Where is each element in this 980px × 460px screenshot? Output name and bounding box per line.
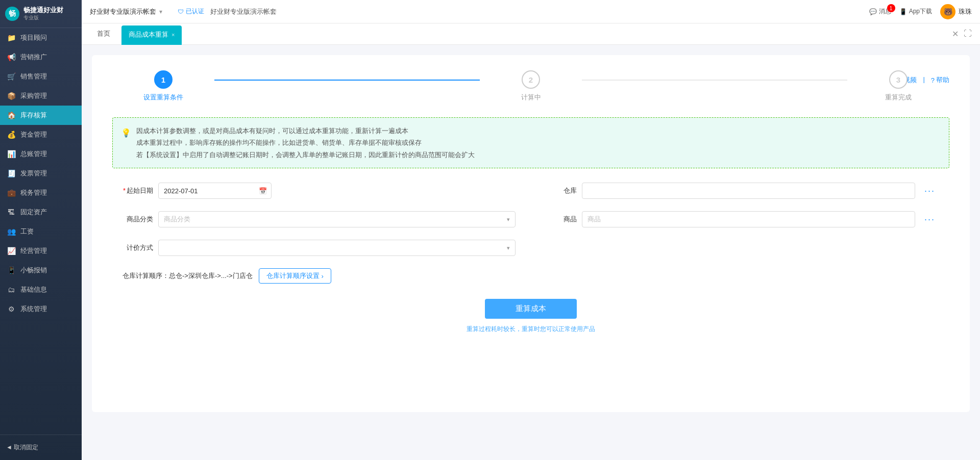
sidebar-item-finance[interactable]: 💰 资金管理 <box>0 125 82 144</box>
form-row-1: *起始日期 📅 仓库 ··· <box>122 183 939 199</box>
tab-cost-label: 商品成本重算 <box>129 30 168 39</box>
message-badge: 1 <box>887 4 895 12</box>
sidebar-item-label: 采购管理 <box>20 91 47 100</box>
warehouse-order-btn[interactable]: 仓库计算顺序设置 › <box>259 268 331 284</box>
category-field: 商品分类 商品分类 ▾ <box>122 211 516 227</box>
system-icon: ⚙ <box>6 305 16 313</box>
topbar-right: 💬 消息 1 📱 App下载 🐻 珠珠 <box>869 4 972 19</box>
warehouse-dots-icon[interactable]: ··· <box>920 186 939 196</box>
start-date-field: *起始日期 📅 <box>122 183 516 199</box>
help-link[interactable]: ? 帮助 <box>931 75 949 85</box>
tab-cost-recalc[interactable]: 商品成本重算 × <box>121 25 182 45</box>
question-icon: ? <box>931 76 935 84</box>
pricing-label: 计价方式 <box>122 243 153 252</box>
form-section: *起始日期 📅 仓库 ··· <box>112 183 949 334</box>
account-selector[interactable]: 好业财专业版演示帐套 ▾ <box>90 7 172 16</box>
tab-home[interactable]: 首页 <box>90 23 117 45</box>
inventory-icon: 🏠 <box>6 111 16 119</box>
category-label: 商品分类 <box>122 215 153 224</box>
sidebar-item-label: 经营管理 <box>20 246 47 255</box>
category-select[interactable]: 商品分类 ▾ <box>158 211 516 227</box>
user-name-display: 珠珠 <box>959 7 972 16</box>
sales-icon: 🛒 <box>6 72 16 81</box>
goods-label: 商品 <box>546 215 577 224</box>
sidebar-item-sales[interactable]: 🛒 销售管理 <box>0 67 82 86</box>
bulb-icon: 💡 <box>121 126 131 161</box>
info-text: 因成本计算参数调整，或是对商品成本有疑问时，可以通过成本重算功能，重新计算一遍成… <box>136 125 475 161</box>
page-content: 1 设置重算条件 2 计算中 3 重算完成 ▷ 视频 <box>82 45 980 460</box>
sidebar-item-inventory[interactable]: 🏠 库存核算 <box>0 106 82 125</box>
info-line-2: 成本重算过程中，影响库存账的操作均不能操作，比如进货单、销货单、库存单据不能审核… <box>136 137 475 148</box>
category-placeholder: 商品分类 <box>164 215 190 224</box>
sidebar-item-expense[interactable]: 📱 小畅报销 <box>0 261 82 280</box>
warehouse-order-btn-label: 仓库计算顺序设置 <box>266 271 320 280</box>
step-1-label: 设置重算条件 <box>143 93 183 102</box>
sidebar-item-marketing[interactable]: 📢 营销推广 <box>0 47 82 67</box>
sidebar-item-system[interactable]: ⚙ 系统管理 <box>0 299 82 319</box>
warehouse-input[interactable] <box>582 183 915 199</box>
tab-home-label: 首页 <box>97 29 110 38</box>
warehouse-label: 仓库 <box>546 186 577 195</box>
sidebar-item-label: 税务管理 <box>20 188 47 197</box>
assets-icon: 🏗 <box>6 208 16 216</box>
sidebar-item-label: 总账管理 <box>20 149 47 159</box>
sidebar-item-label: 项目顾问 <box>20 33 47 42</box>
goods-field: 商品 商品 ··· <box>546 211 939 227</box>
sidebar-item-invoice[interactable]: 🧾 发票管理 <box>0 164 82 183</box>
sidebar-item-operation[interactable]: 📈 经营管理 <box>0 241 82 261</box>
sidebar-item-assets[interactable]: 🏗 固定资产 <box>0 202 82 222</box>
tax-icon: 💼 <box>6 189 16 197</box>
app-download-button[interactable]: 📱 App下载 <box>899 7 932 16</box>
step-2-label: 计算中 <box>521 93 541 102</box>
sidebar-item-tax[interactable]: 💼 税务管理 <box>0 183 82 202</box>
warehouse-order-arrow-icon: › <box>322 272 324 280</box>
purchase-icon: 📦 <box>6 92 16 100</box>
sidebar-item-salary[interactable]: 👥 工资 <box>0 222 82 241</box>
required-star: * <box>123 187 126 194</box>
form-row-2: 商品分类 商品分类 ▾ 商品 商品 ··· <box>122 211 939 227</box>
date-text-input[interactable] <box>159 187 255 195</box>
tab-close-icon[interactable]: × <box>172 32 175 38</box>
calc-btn-label: 重算成本 <box>516 304 546 313</box>
sidebar-item-label: 固定资产 <box>20 208 47 217</box>
ledger-icon: 📊 <box>6 150 16 158</box>
warehouse-field: 仓库 ··· <box>546 183 939 199</box>
user-avatar[interactable]: 🐻 珠珠 <box>940 4 972 19</box>
calendar-icon[interactable]: 📅 <box>255 187 271 195</box>
category-arrow-icon: ▾ <box>507 216 510 223</box>
shield-icon: 🛡 <box>178 8 184 15</box>
help-divider: | <box>923 75 924 85</box>
account-name-display: 好业财专业版演示帐套 <box>90 7 156 16</box>
sidebar-unpin[interactable]: ◄ 取消固定 <box>0 439 82 456</box>
message-button[interactable]: 💬 消息 1 <box>869 7 891 16</box>
sidebar-item-project[interactable]: 📁 项目顾问 <box>0 28 82 47</box>
maximize-icon[interactable]: ⛶ <box>964 29 972 39</box>
sidebar-item-ledger[interactable]: 📊 总账管理 <box>0 144 82 164</box>
app-logo: 畅 畅捷通好业财 专业版 <box>0 0 82 28</box>
start-date-input[interactable]: 📅 <box>158 183 272 199</box>
pricing-select[interactable]: ▾ <box>158 240 516 256</box>
avatar-image: 🐻 <box>940 4 955 19</box>
sidebar-item-label: 基础信息 <box>20 285 47 294</box>
account-arrow-icon: ▾ <box>159 8 162 15</box>
salary-icon: 👥 <box>6 227 16 236</box>
sidebar-item-purchase[interactable]: 📦 采购管理 <box>0 86 82 106</box>
pricing-field: 计价方式 ▾ <box>122 240 516 256</box>
goods-placeholder: 商品 <box>587 215 910 224</box>
info-line-3: 若【系统设置】中启用了自动调整记账日期时，会调整入库单的整单记账日期，因此重新计… <box>136 149 475 161</box>
sidebar-item-label: 库存核算 <box>20 111 47 120</box>
goods-input[interactable]: 商品 <box>582 211 915 227</box>
sidebar-item-label: 工资 <box>20 227 34 236</box>
close-window-icon[interactable]: ✕ <box>952 29 959 39</box>
main-area: 好业财专业版演示帐套 ▾ 🛡 已认证 好业财专业版演示帐套 💬 消息 1 📱 A… <box>82 0 980 460</box>
sidebar-bottom: ◄ 取消固定 <box>0 435 82 460</box>
invoice-icon: 🧾 <box>6 169 16 177</box>
goods-dots-icon[interactable]: ··· <box>920 214 939 225</box>
step-2-circle: 2 <box>522 70 540 89</box>
warehouse-order-row: 仓库计算顺序：总仓->深圳仓库->...->门店仓 仓库计算顺序设置 › <box>122 268 939 284</box>
calc-button[interactable]: 重算成本 <box>485 299 577 319</box>
pricing-arrow-icon: ▾ <box>507 245 510 251</box>
verified-label: 已认证 <box>186 7 204 16</box>
sidebar-item-base[interactable]: 🗂 基础信息 <box>0 280 82 299</box>
step-3-label: 重算完成 <box>885 93 912 102</box>
